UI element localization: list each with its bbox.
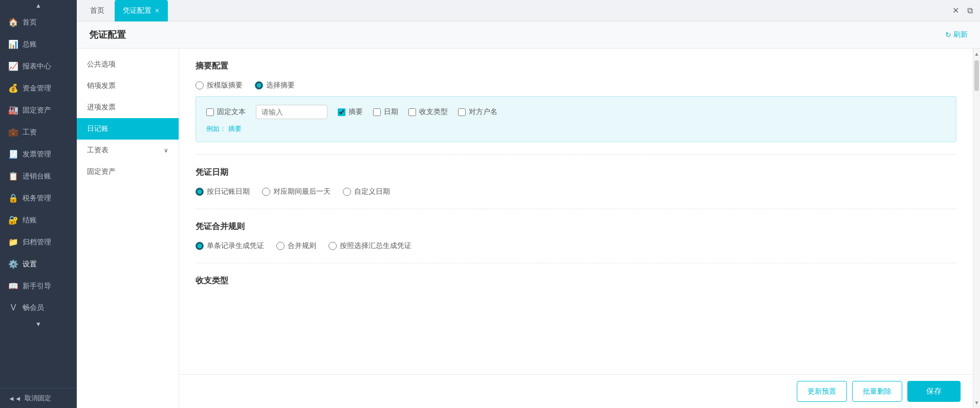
page-container: 凭证配置 ↻ 刷新 公共选项 销项发票 进项发票 日记账 xyxy=(77,21,980,408)
nav-item-public[interactable]: 公共选项 xyxy=(77,54,179,75)
sidebar-item-home[interactable]: 🏠 首页 xyxy=(0,11,77,33)
cancel-pin-button[interactable]: ◄◄ 取消固定 xyxy=(0,388,77,408)
save-button[interactable]: 保存 xyxy=(907,381,961,402)
sidebar-item-invoice[interactable]: 🧾 发票管理 xyxy=(0,143,77,165)
sidebar-item-label: 报表中心 xyxy=(23,62,51,71)
checkbox-abstract-input[interactable] xyxy=(338,108,345,116)
sidebar-item-settings[interactable]: ⚙️ 设置 xyxy=(0,253,77,275)
checkbox-counterpart-input[interactable] xyxy=(458,108,466,116)
sidebar-item-vip[interactable]: V 畅会员 xyxy=(0,297,77,319)
sidebar-item-tax[interactable]: 🔒 税务管理 xyxy=(0,187,77,209)
radio-merge-rules-input[interactable] xyxy=(276,242,285,250)
tab-voucher-config-label: 凭证配置 xyxy=(123,6,151,15)
tab-home[interactable]: 首页 xyxy=(82,0,113,21)
batch-delete-button[interactable]: 批量删除 xyxy=(852,381,902,402)
vip-icon: V xyxy=(8,303,18,312)
sidebar-scroll-up[interactable]: ▲ xyxy=(0,0,77,11)
outer-scrollbar: ▲ ▼ xyxy=(973,49,980,408)
radio-select-merge-input[interactable] xyxy=(329,242,337,250)
sales-ledger-icon: 📋 xyxy=(8,171,18,181)
checkbox-income-type-input[interactable] xyxy=(408,108,416,116)
sidebar-item-closing[interactable]: 🔐 结账 xyxy=(0,209,77,231)
radio-period-last-day-input[interactable] xyxy=(262,188,270,196)
nav-item-fixed-assets[interactable]: 固定资产 xyxy=(77,161,179,183)
sidebar-item-label: 设置 xyxy=(23,260,37,269)
abstract-example: 例如： 摘要 xyxy=(206,124,946,133)
sidebar-item-label: 税务管理 xyxy=(23,194,51,203)
checkbox-income-type[interactable]: 收支类型 xyxy=(408,107,448,117)
tab-voucher-config[interactable]: 凭证配置 ✕ xyxy=(115,0,168,21)
radio-select-abstract-input[interactable] xyxy=(255,81,263,89)
home-icon: 🏠 xyxy=(8,17,18,27)
radio-single-record-input[interactable] xyxy=(195,242,204,250)
update-preview-button[interactable]: 更新预置 xyxy=(797,381,847,402)
radio-custom-date-input[interactable] xyxy=(343,188,351,196)
tax-icon: 🔒 xyxy=(8,193,18,203)
tab-bar-actions: ✕ ⧉ xyxy=(950,4,975,17)
fixed-text-input[interactable] xyxy=(256,105,328,119)
nav-item-journal[interactable]: 日记账 xyxy=(77,118,179,140)
checkbox-date-input[interactable] xyxy=(373,108,381,116)
reports-icon: 📈 xyxy=(8,61,18,71)
chevron-down-icon: ∨ xyxy=(164,147,168,154)
merge-rules-radio-group: 单条记录生成凭证 合并规则 按照选择汇总生成凭证 xyxy=(195,241,956,251)
radio-custom-date[interactable]: 自定义日期 xyxy=(343,187,390,196)
sidebar-item-ledger[interactable]: 📊 总账 xyxy=(0,33,77,55)
sidebar-item-reports[interactable]: 📈 报表中心 xyxy=(0,55,77,77)
section-income-type: 收支类型 xyxy=(195,276,956,308)
radio-template-abstract-input[interactable] xyxy=(195,81,204,89)
sidebar-item-funds[interactable]: 💰 资金管理 xyxy=(0,77,77,99)
sidebar-item-fixed-assets[interactable]: 🏭 固定资产 xyxy=(0,99,77,121)
settings-icon: ⚙️ xyxy=(8,259,18,269)
left-nav: 公共选项 销项发票 进项发票 日记账 工资表 ∨ 固定资产 xyxy=(77,49,179,408)
nav-item-purchase-invoice[interactable]: 进项发票 xyxy=(77,97,179,118)
radio-single-record[interactable]: 单条记录生成凭证 xyxy=(195,241,264,251)
section-voucher-date: 凭证日期 按日记账日期 对应期间最后一天 xyxy=(195,167,956,209)
sidebar-item-label: 首页 xyxy=(23,18,37,27)
checkbox-abstract[interactable]: 摘要 xyxy=(338,107,363,117)
radio-merge-rules[interactable]: 合并规则 xyxy=(276,241,316,251)
page-title: 凭证配置 xyxy=(89,29,126,41)
radio-template-abstract[interactable]: 按模版摘要 xyxy=(195,81,243,90)
sidebar-item-archive[interactable]: 📁 归档管理 xyxy=(0,231,77,253)
nav-item-payroll-table[interactable]: 工资表 ∨ xyxy=(77,140,179,161)
scroll-down-arrow[interactable]: ▼ xyxy=(972,397,980,408)
sidebar-item-label: 固定资产 xyxy=(23,106,51,115)
radio-select-abstract[interactable]: 选择摘要 xyxy=(255,81,295,90)
sidebar: ▲ 🏠 首页 📊 总账 📈 报表中心 💰 资金管理 🏭 固定资产 💼 工资 🧾 … xyxy=(0,0,77,408)
tab-close-icon[interactable]: ✕ xyxy=(155,7,160,14)
section-abstract-title: 摘要配置 xyxy=(195,61,956,72)
nav-item-sales-invoice[interactable]: 销项发票 xyxy=(77,75,179,97)
checkbox-date[interactable]: 日期 xyxy=(373,107,398,117)
content-area: 公共选项 销项发票 进项发票 日记账 工资表 ∨ 固定资产 xyxy=(77,49,980,408)
checkbox-counterpart[interactable]: 对方户名 xyxy=(458,107,497,117)
sidebar-item-payroll[interactable]: 💼 工资 xyxy=(0,121,77,143)
abstract-checkboxes: 固定文本 摘要 日期 xyxy=(206,105,946,119)
checkbox-fixed-text-input[interactable] xyxy=(206,108,214,116)
fixed-assets-icon: 🏭 xyxy=(8,105,18,115)
sidebar-item-sales-ledger[interactable]: 📋 进销台账 xyxy=(0,165,77,187)
radio-period-last-day[interactable]: 对应期间最后一天 xyxy=(262,187,331,196)
window-restore-icon[interactable]: ⧉ xyxy=(965,4,975,17)
tab-home-label: 首页 xyxy=(90,6,104,15)
scroll-up-arrow[interactable]: ▲ xyxy=(972,49,980,59)
section-voucher-date-title: 凭证日期 xyxy=(195,167,956,178)
abstract-radio-group: 按模版摘要 选择摘要 xyxy=(195,81,956,90)
section-merge-rules-title: 凭证合并规则 xyxy=(195,221,956,232)
refresh-button[interactable]: ↻ 刷新 xyxy=(945,30,968,39)
sidebar-scroll-down[interactable]: ▼ xyxy=(0,319,77,330)
checkbox-fixed-text[interactable]: 固定文本 xyxy=(206,107,246,117)
scrollbar-thumb[interactable] xyxy=(974,60,979,91)
sidebar-item-label: 总账 xyxy=(23,40,37,49)
voucher-date-radio-group: 按日记账日期 对应期间最后一天 自定义日期 xyxy=(195,187,956,196)
radio-journal-date-input[interactable] xyxy=(195,188,204,196)
main-area: 首页 凭证配置 ✕ ✕ ⧉ 凭证配置 ↻ 刷新 公共选项 xyxy=(77,0,980,408)
closing-icon: 🔐 xyxy=(8,215,18,225)
payroll-icon: 💼 xyxy=(8,127,18,137)
radio-journal-date[interactable]: 按日记账日期 xyxy=(195,187,250,196)
window-close-icon[interactable]: ✕ xyxy=(950,4,961,17)
ledger-icon: 📊 xyxy=(8,39,18,49)
sidebar-item-guide[interactable]: 📖 新手引导 xyxy=(0,275,77,297)
sidebar-item-label: 资金管理 xyxy=(23,84,51,93)
radio-select-merge[interactable]: 按照选择汇总生成凭证 xyxy=(329,241,411,251)
